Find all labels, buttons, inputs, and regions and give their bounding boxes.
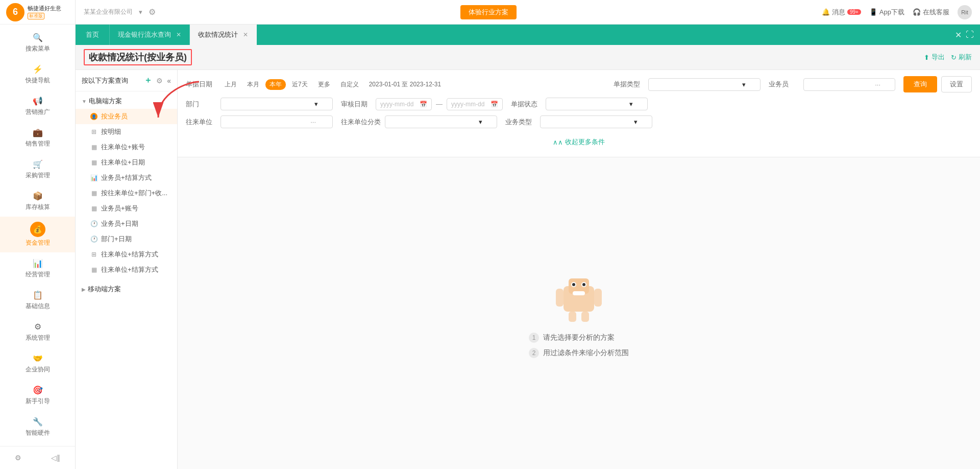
tree-item-by-unit-date[interactable]: ▦ 往来单位+日期 bbox=[76, 155, 177, 170]
action-buttons: 查询 设置 bbox=[903, 76, 972, 92]
tab-bank-flow-close[interactable]: ✕ bbox=[176, 31, 181, 38]
sidebar-item-search-menu[interactable]: 🔍 搜索菜单 bbox=[0, 27, 75, 58]
date-tab-this-month[interactable]: 本月 bbox=[243, 79, 263, 90]
left-panel: 按以下方案查询 ＋ ⚙ « ▼ 电脑端方案 👤 bbox=[76, 70, 178, 469]
search-menu-icon: 🔍 bbox=[32, 32, 43, 43]
tabbar: 首页 现金银行流水查询 ✕ 收款情况统计 ✕ ✕ ⛶ bbox=[76, 25, 980, 45]
expand-icon: ▼ bbox=[82, 99, 87, 104]
svg-rect-9 bbox=[594, 289, 602, 307]
sidebar-item-system[interactable]: ⚙ 系统管理 bbox=[0, 316, 75, 347]
review-date-start[interactable]: yyyy-mm-dd 📅 bbox=[376, 98, 432, 110]
left-panel-header-actions: ＋ ⚙ « bbox=[144, 75, 171, 86]
date-tabs: 上月 本月 本年 近7天 更多 自定义 bbox=[220, 79, 363, 90]
collapse-panel-btn[interactable]: « bbox=[167, 77, 171, 85]
tree-item-by-salesperson-account[interactable]: ▦ 业务员+账号 bbox=[76, 201, 177, 216]
download-icon: 📱 bbox=[869, 8, 877, 16]
online-service-item[interactable]: 🎧 在线客服 bbox=[913, 8, 949, 17]
filter-row-1: 单据日期 上月 本月 本年 近7天 更多 自定义 2023-01-01 bbox=[186, 76, 972, 92]
tree-item-by-salesperson[interactable]: 👤 按业务员 bbox=[76, 109, 177, 124]
content-area: 按以下方案查询 ＋ ⚙ « ▼ 电脑端方案 👤 bbox=[76, 70, 980, 469]
review-date-end[interactable]: yyyy-mm-dd 📅 bbox=[447, 98, 503, 110]
date-tab-custom[interactable]: 自定义 bbox=[336, 79, 363, 90]
sidebar-item-enterprise[interactable]: 🤝 企业协同 bbox=[0, 347, 75, 379]
tree-item-by-dept-date[interactable]: 🕐 部门+日期 bbox=[76, 231, 177, 247]
biz-type-label: 业务类型 bbox=[505, 118, 536, 127]
sidebar-item-wechat[interactable]: 💬 企业微信 bbox=[0, 442, 75, 446]
sidebar-item-finance[interactable]: 💰 资金管理 bbox=[0, 217, 75, 252]
desktop-section-title[interactable]: ▼ 电脑端方案 bbox=[76, 93, 177, 109]
tab-collection-stat-close[interactable]: ✕ bbox=[243, 31, 248, 38]
filter-area: 单据日期 上月 本月 本年 近7天 更多 自定义 2023-01-01 bbox=[178, 70, 980, 157]
sidebar-item-marketing[interactable]: 📢 营销推广 bbox=[0, 90, 75, 122]
date-tab-last-month[interactable]: 上月 bbox=[220, 79, 241, 90]
query-button[interactable]: 查询 bbox=[903, 76, 937, 92]
sidebar-item-purchase[interactable]: 🛒 采购管理 bbox=[0, 153, 75, 185]
more-options-icon-1[interactable]: ··· bbox=[875, 81, 880, 88]
set-button[interactable]: 设置 bbox=[941, 76, 972, 92]
breadcrumb-dropdown-icon[interactable]: ▾ bbox=[139, 8, 142, 16]
grid-icon: ⊞ bbox=[90, 128, 98, 136]
notifications-item[interactable]: 🔔 消息 99+ bbox=[822, 8, 861, 17]
dept-select[interactable]: ▾ bbox=[220, 98, 333, 110]
basic-info-icon: 📋 bbox=[32, 289, 43, 300]
tree-item-by-salesperson-date[interactable]: 🕐 业务员+日期 bbox=[76, 216, 177, 231]
add-scheme-btn[interactable]: ＋ bbox=[144, 75, 152, 86]
marketing-icon: 📢 bbox=[32, 95, 43, 106]
chevron-down-icon-2: ▾ bbox=[314, 100, 318, 108]
sidebar-item-sales[interactable]: 💼 销售管理 bbox=[0, 122, 75, 153]
tree-item-by-unit-dept[interactable]: ▦ 按往来单位+部门+收... bbox=[76, 185, 177, 201]
purchase-icon: 🛒 bbox=[32, 158, 43, 170]
sidebar-item-guide[interactable]: 🎯 新手引导 bbox=[0, 379, 75, 411]
tab-bank-flow[interactable]: 现金银行流水查询 ✕ bbox=[110, 25, 190, 45]
salesperson-select[interactable]: ··· bbox=[803, 78, 895, 91]
collapse-bar[interactable]: ∧∧ 收起更多条件 bbox=[186, 133, 972, 151]
sidebar-item-basic-info[interactable]: 📋 基础信息 bbox=[0, 284, 75, 316]
biz-type-select[interactable]: ▾ bbox=[540, 115, 652, 128]
partner-category-filter-item: 往来单位分类 ▾ bbox=[341, 115, 497, 128]
salesperson-label: 业务员 bbox=[769, 80, 799, 89]
sidebar-item-operation[interactable]: 📊 经营管理 bbox=[0, 252, 75, 284]
logo-icon: 6 bbox=[6, 3, 24, 21]
scheme-settings-btn[interactable]: ⚙ bbox=[156, 77, 163, 85]
sidebar-item-quick-nav[interactable]: ⚡ 快捷导航 bbox=[0, 58, 75, 90]
user-avatar-item[interactable]: Rit bbox=[958, 5, 972, 19]
desktop-section: ▼ 电脑端方案 👤 按业务员 ⊞ 按明细 ▦ bbox=[76, 91, 177, 279]
refresh-icon: ↻ bbox=[951, 54, 957, 61]
notifications-badge: 99+ bbox=[847, 9, 861, 15]
close-all-tabs-btn[interactable]: ✕ bbox=[955, 30, 962, 40]
collapse-sidebar-btn[interactable]: ◁‖ bbox=[49, 452, 62, 464]
partner-category-label: 往来单位分类 bbox=[341, 118, 381, 127]
date-tab-last-7[interactable]: 近7天 bbox=[288, 79, 312, 90]
partner-select[interactable]: ··· bbox=[220, 115, 333, 128]
review-date-label: 审核日期 bbox=[341, 100, 372, 109]
date-tab-this-year[interactable]: 本年 bbox=[265, 79, 286, 90]
filter-row-3: 往来单位 ··· 往来单位分类 ▾ bbox=[186, 115, 972, 128]
app-download-item[interactable]: 📱 App下载 bbox=[869, 8, 904, 17]
maximize-btn[interactable]: ⛶ bbox=[966, 30, 974, 39]
clock-icon-1: 🕐 bbox=[90, 220, 98, 228]
date-filter-item: 单据日期 上月 本月 本年 近7天 更多 自定义 2023-01-01 bbox=[186, 79, 441, 90]
tab-collection-stat[interactable]: 收款情况统计 ✕ bbox=[190, 25, 257, 45]
tree-item-by-unit-settlement1[interactable]: ⊞ 往来单位+结算方式 bbox=[76, 247, 177, 262]
mobile-section-title[interactable]: ▶ 移动端方案 bbox=[76, 282, 177, 297]
partner-category-select[interactable]: ▾ bbox=[385, 115, 497, 128]
trial-btn[interactable]: 体验行业方案 bbox=[460, 5, 517, 19]
tree-item-by-detail[interactable]: ⊞ 按明细 bbox=[76, 124, 177, 139]
tree-item-by-unit-account[interactable]: ▦ 往来单位+账号 bbox=[76, 139, 177, 155]
tree-item-by-salesperson-settlement[interactable]: 📊 业务员+结算方式 bbox=[76, 170, 177, 185]
more-options-icon-2[interactable]: ··· bbox=[310, 118, 316, 126]
date-tab-more[interactable]: 更多 bbox=[314, 79, 334, 90]
doc-type-select[interactable]: ▾ bbox=[648, 78, 761, 91]
export-btn[interactable]: ⬆ 导出 bbox=[924, 53, 945, 62]
tab-home[interactable]: 首页 bbox=[76, 25, 110, 45]
guide-icon: 🎯 bbox=[32, 384, 43, 395]
topbar-settings-icon[interactable]: ⚙ bbox=[149, 7, 156, 17]
doc-status-select[interactable]: ▾ bbox=[546, 98, 648, 110]
settings-footer-btn[interactable]: ⚙ bbox=[13, 452, 23, 464]
sales-icon: 💼 bbox=[32, 127, 43, 138]
sidebar-item-inventory[interactable]: 📦 库存核算 bbox=[0, 185, 75, 217]
tree-item-by-unit-settlement2[interactable]: ▦ 往来单位+结算方式 bbox=[76, 262, 177, 277]
sidebar-item-smart-hw[interactable]: 🔧 智能硬件 bbox=[0, 411, 75, 442]
refresh-btn[interactable]: ↻ 刷新 bbox=[951, 53, 972, 62]
calendar-icon-2: 📅 bbox=[491, 101, 498, 108]
